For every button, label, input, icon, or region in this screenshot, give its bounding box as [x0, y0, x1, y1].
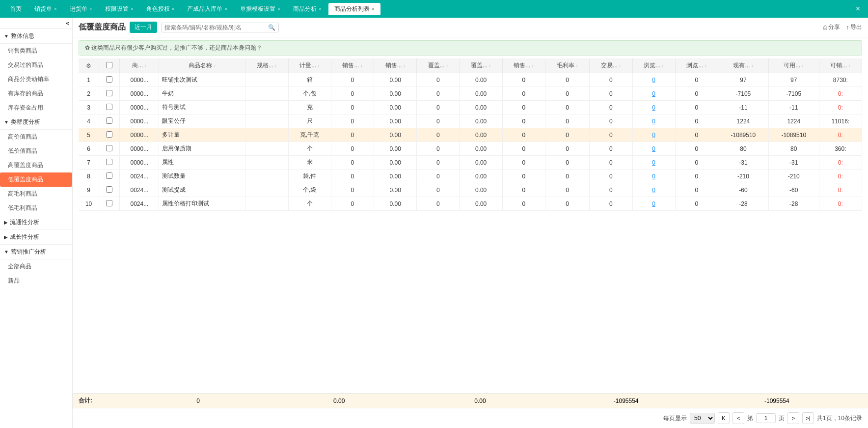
nav-item-home[interactable]: 首页: [4, 3, 27, 15]
first-page-button[interactable]: K: [718, 412, 730, 424]
nav-item-purchase[interactable]: 进货单 ×: [64, 3, 98, 15]
sidebar-section-circulation[interactable]: ▶ 流通性分析: [0, 215, 72, 230]
row-browse2: 0: [675, 170, 718, 183]
sidebar-item-sales-goods[interactable]: 销售类商品: [0, 44, 72, 58]
sidebar-collapse-button[interactable]: «: [0, 18, 72, 29]
row-checkbox[interactable]: [99, 183, 120, 197]
row-checkbox[interactable]: [99, 197, 120, 211]
nav-close-purchase[interactable]: ×: [89, 6, 92, 12]
column-coverage1[interactable]: 覆盖...: [417, 58, 460, 73]
prev-page-button[interactable]: <: [732, 412, 744, 424]
row-sales-x: 0: [502, 128, 545, 142]
share-button[interactable]: ⎙ 分享: [823, 23, 840, 31]
nav-item-finished[interactable]: 产成品入库单 ×: [181, 3, 233, 15]
row-browse1[interactable]: 0: [632, 114, 675, 128]
column-sales-amt[interactable]: 销售...: [374, 58, 417, 73]
row-no: 1: [79, 73, 99, 87]
sidebar-section-cluster[interactable]: ▼ 类群度分析: [0, 115, 72, 130]
sidebar-section-marketing[interactable]: ▼ 营销推广分析: [0, 245, 72, 259]
sidebar-item-category-rate[interactable]: 商品分类动销率: [0, 72, 72, 86]
column-sales-qty[interactable]: 销售...: [331, 58, 374, 73]
sidebar-item-low-margin[interactable]: 低毛利商品: [0, 201, 72, 215]
row-gross-rate: 0: [545, 101, 589, 114]
sidebar-item-low-coverage[interactable]: 低覆盖度商品: [0, 172, 72, 187]
row-browse1[interactable]: 0: [632, 101, 675, 114]
row-checkbox[interactable]: [99, 73, 120, 87]
nav-close-sales[interactable]: ×: [54, 6, 57, 12]
section-label-circulation: 流通性分析: [10, 218, 39, 227]
row-checkbox[interactable]: [99, 87, 120, 101]
row-browse1[interactable]: 0: [632, 170, 675, 183]
column-sales-x[interactable]: 销售...: [502, 58, 545, 73]
window-close-button[interactable]: ×: [852, 2, 864, 15]
export-button[interactable]: ↑ 导出: [846, 23, 862, 31]
next-page-button[interactable]: >: [787, 412, 799, 424]
column-sellable[interactable]: 可销...: [819, 58, 862, 73]
sidebar-item-all-goods[interactable]: 全部商品: [0, 259, 72, 274]
column-coverage2[interactable]: 覆盖...: [460, 58, 502, 73]
search-input[interactable]: [164, 24, 268, 31]
nav-item-sales[interactable]: 销货单 ×: [28, 3, 63, 15]
sidebar-item-stocked-goods[interactable]: 有库存的商品: [0, 86, 72, 101]
select-all-checkbox[interactable]: [106, 62, 112, 68]
total-info: 共1页，10条记录: [817, 414, 862, 423]
row-sales-amt: 0.00: [374, 156, 417, 170]
nav-close-analysis-list[interactable]: ×: [372, 6, 375, 12]
row-browse1[interactable]: 0: [632, 128, 675, 142]
sidebar-item-high-margin[interactable]: 高毛利商品: [0, 187, 72, 201]
row-checkbox[interactable]: [99, 142, 120, 156]
row-checkbox[interactable]: [99, 114, 120, 128]
row-name: 属性价格打印测试: [159, 197, 245, 211]
column-settings-icon[interactable]: ⚙: [79, 58, 99, 73]
column-gross-rate[interactable]: 毛利率: [545, 58, 589, 73]
sidebar-item-traded-goods[interactable]: 交易过的商品: [0, 58, 72, 72]
page-number-input[interactable]: [756, 413, 776, 423]
per-page-select[interactable]: 50 20 100 200: [690, 413, 715, 424]
search-icon[interactable]: 🔍: [268, 24, 275, 31]
row-trade: 0: [590, 114, 632, 128]
row-cov1: 0: [417, 87, 460, 101]
row-checkbox[interactable]: [99, 156, 120, 170]
column-spec[interactable]: 规格...: [245, 58, 288, 73]
nav-close-template[interactable]: ×: [277, 6, 280, 12]
row-browse1[interactable]: 0: [632, 73, 675, 87]
sidebar-section-overall[interactable]: ▼ 整体信息: [0, 29, 72, 44]
row-cov2: 0.00: [460, 183, 502, 197]
nav-item-template[interactable]: 单据模板设置 ×: [234, 3, 286, 15]
row-browse1[interactable]: 0: [632, 197, 675, 211]
column-browse2[interactable]: 浏览...: [675, 58, 718, 73]
nav-item-perms[interactable]: 权限设置 ×: [99, 3, 139, 15]
nav-close-perms[interactable]: ×: [131, 6, 134, 12]
row-checkbox[interactable]: [99, 101, 120, 114]
row-checkbox[interactable]: [99, 170, 120, 183]
nav-close-product-analysis[interactable]: ×: [319, 6, 322, 12]
row-checkbox[interactable]: [99, 128, 120, 142]
sidebar-item-high-coverage[interactable]: 高覆盖度商品: [0, 158, 72, 172]
sidebar-item-new-goods[interactable]: 新品: [0, 274, 72, 288]
nav-close-finished[interactable]: ×: [224, 6, 227, 12]
nav-close-roles[interactable]: ×: [172, 6, 175, 12]
column-code[interactable]: 商...: [120, 58, 159, 73]
column-available[interactable]: 可用...: [768, 58, 819, 73]
last-page-button[interactable]: >|: [802, 412, 814, 424]
row-browse1[interactable]: 0: [632, 142, 675, 156]
row-browse1[interactable]: 0: [632, 156, 675, 170]
row-browse1[interactable]: 0: [632, 87, 675, 101]
row-browse2: 0: [675, 87, 718, 101]
nav-item-product-analysis[interactable]: 商品分析 ×: [287, 3, 327, 15]
column-current[interactable]: 现有...: [718, 58, 769, 73]
nav-item-analysis-list[interactable]: 商品分析列表 ×: [328, 3, 380, 15]
filter-period-button[interactable]: 近一月: [130, 22, 157, 33]
column-name[interactable]: 商品名称: [159, 58, 245, 73]
sidebar-item-low-value[interactable]: 低价值商品: [0, 144, 72, 158]
header-actions: ⎙ 分享 ↑ 导出: [823, 23, 862, 31]
section-label-marketing: 营销推广分析: [11, 248, 46, 256]
nav-item-roles[interactable]: 角色授权 ×: [140, 3, 181, 15]
column-unit[interactable]: 计量...: [288, 58, 331, 73]
sidebar-item-high-value[interactable]: 高价值商品: [0, 130, 72, 144]
sidebar-section-growth[interactable]: ▶ 成长性分析: [0, 230, 72, 245]
row-browse1[interactable]: 0: [632, 183, 675, 197]
column-trade[interactable]: 交易...: [590, 58, 632, 73]
column-browse1[interactable]: 浏览...: [632, 58, 675, 73]
sidebar-item-inventory-capital[interactable]: 库存资金占用: [0, 101, 72, 115]
